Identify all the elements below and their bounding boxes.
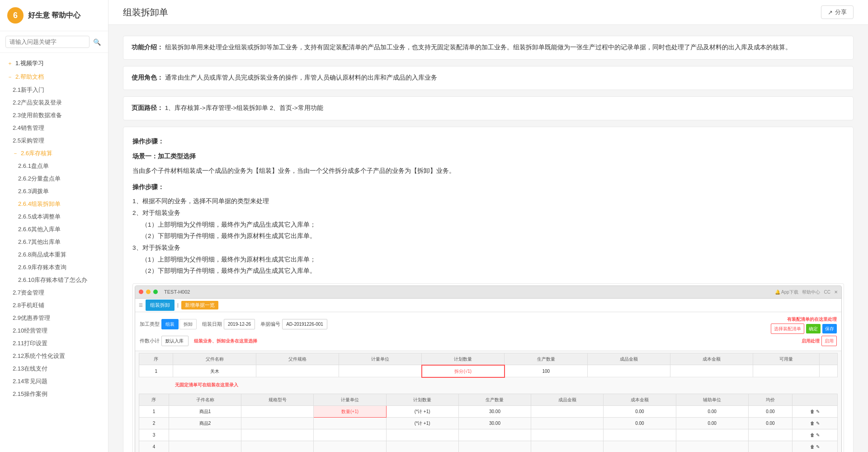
step2-1: （1）上部明细为父件明细，最终作为产成品生成其它入库单； bbox=[132, 219, 844, 231]
qty-cell-annotated[interactable]: 拆分(√1) bbox=[422, 365, 505, 377]
page-title: 组装拆卸单 bbox=[123, 6, 168, 19]
scene1-title: 场景一：加工类型选择 bbox=[132, 151, 844, 162]
sidebar-item-funds[interactable]: 2.7资金管理 bbox=[13, 286, 108, 299]
path-label: 页面路径： bbox=[132, 105, 163, 111]
sidebar-item-partstock[interactable]: 2.6.2分量盘点单 bbox=[18, 172, 108, 185]
annotation2-text: 组装业务、拆卸业务在这里选择 bbox=[194, 337, 257, 345]
sidebar-item-ledgererror[interactable]: 2.6.10库存账本错了怎么办 bbox=[18, 274, 108, 286]
form-date-value[interactable]: 2019-12-26 bbox=[224, 319, 255, 329]
sidebar-item-newbie[interactable]: 2.1新手入门 bbox=[13, 84, 108, 96]
enable-btn[interactable]: 启用 bbox=[821, 336, 837, 346]
sidebar-item-print[interactable]: 2.11打印设置 bbox=[13, 337, 108, 350]
role-block: 使用角色： 通常由生产人员或库管人员完成拆装业务的操作，库管人员确认原材料的出库… bbox=[123, 66, 854, 90]
sidebar-item-faq[interactable]: 2.14常见问题 bbox=[13, 375, 108, 388]
sub-col-prodamt: 成品金额 bbox=[531, 394, 604, 405]
form-docno-label: 单据编号 bbox=[260, 319, 280, 329]
sub-col-unit: 计量单位 bbox=[314, 394, 386, 405]
share-icon: ↗ bbox=[828, 9, 833, 16]
type-disassemble-btn[interactable]: 拆卸 bbox=[179, 319, 197, 329]
path-text: 1、库存核算->库存管理->组装拆卸单 2、首页->常用功能 bbox=[165, 105, 323, 111]
intro-block: 功能介绍： 组装拆卸单用来处理企业组装或拆卸等加工业务，支持有固定装配清单的产品… bbox=[123, 36, 854, 60]
logo-area: 6 好生意 帮助中心 bbox=[0, 0, 108, 31]
step2-2: （2）下部明细为子件明细，最终作为原材料生成其它出库单。 bbox=[132, 230, 844, 242]
sidebar-item-outbound[interactable]: 2.6.7其他出库单 bbox=[18, 236, 108, 248]
step1: 1、根据不同的业务，选择不同单据的类型来处理 bbox=[132, 195, 844, 207]
inventory-sub: 2.6.1盘点单 2.6.2分量盘点单 2.6.3调拨单 2.6.4组装拆卸单 … bbox=[13, 160, 108, 286]
sidebar-item-purchase[interactable]: 2.5采购管理 bbox=[13, 134, 108, 147]
sidebar-item-sales[interactable]: 2.4销售管理 bbox=[13, 122, 108, 134]
app-name: 好生意 帮助中心 bbox=[28, 11, 80, 20]
share-button[interactable]: ↗ 分享 bbox=[821, 5, 854, 19]
sidebar-item-inbound[interactable]: 2.6.6其他入库单 bbox=[18, 223, 108, 236]
sidebar: 6 好生意 帮助中心 🔍 ＋ 1.视频学习 － 2.帮助文档 2.1新手入门 2… bbox=[0, 0, 108, 452]
sidebar-item-video[interactable]: ＋ 1.视频学习 bbox=[0, 57, 108, 70]
confirm-btn-annotated[interactable]: 选择装配清单 bbox=[771, 324, 804, 334]
docs-sub: 2.1新手入门 2.2产品安装及登录 2.3使用前数据准备 2.4销售管理 2.… bbox=[0, 84, 108, 400]
sub-col-name: 子件名称 bbox=[169, 394, 241, 405]
sidebar-item-payment[interactable]: 2.13在线支付 bbox=[13, 362, 108, 375]
minus-icon-inv: － bbox=[13, 150, 18, 157]
sidebar-item-coupon[interactable]: 2.9优惠券管理 bbox=[13, 312, 108, 324]
col-avail: 可用量 bbox=[753, 353, 820, 365]
sub-table-row: 2 商品2 (*计 +1) 30.00 0.00 0.00 0.00 bbox=[139, 417, 838, 429]
annotation4-text: 无固定清单可在组装在这里录入 bbox=[139, 381, 838, 389]
step3-2: （2）下部明细为子件明细，最终作为产成品生成其它入库单。 bbox=[132, 265, 844, 277]
main-content: 组装拆卸单 ↗ 分享 功能介绍： 组装拆卸单用来处理企业组装或拆卸等加工业务，支… bbox=[108, 0, 868, 452]
form-count-value[interactable]: 默认入库 bbox=[161, 336, 189, 346]
mockup-nav-icon: ☰ bbox=[139, 301, 143, 309]
sub-table-row: 4 🗑 ✎ bbox=[139, 441, 838, 452]
sub-col-aux: 辅助单位 bbox=[676, 394, 748, 405]
sidebar-item-ops[interactable]: 2.10经营管理 bbox=[13, 324, 108, 337]
mockup-upper-table: 序 父件名称 父件规格 计量单位 计划数量 生产数量 成品金额 成本金额 可用量 bbox=[139, 353, 838, 378]
sub-col-action bbox=[793, 394, 838, 405]
steps-sub-title: 操作步骤： bbox=[132, 181, 844, 193]
annotation3-text: 启用处理 bbox=[802, 337, 820, 345]
search-input[interactable] bbox=[5, 36, 90, 48]
sidebar-item-dataprep[interactable]: 2.3使用前数据准备 bbox=[13, 109, 108, 122]
sidebar-item-costadjust[interactable]: 2.6.5成本调整单 bbox=[18, 210, 108, 223]
sub-table-row: 1 商品1 数量(+1) (*计 +1) 30.00 0.00 0.00 bbox=[139, 405, 838, 417]
sub-col-price: 均价 bbox=[748, 394, 792, 405]
app-logo: 6 bbox=[7, 7, 24, 24]
sidebar-item-inventory-label: 2.6库存核算 bbox=[21, 149, 52, 157]
sub-col-costamt: 成本金额 bbox=[604, 394, 676, 405]
sub-qty-annotated[interactable]: 数量(+1) bbox=[314, 405, 386, 417]
intro-label: 功能介绍： bbox=[132, 44, 163, 51]
content-area: 功能介绍： 组装拆卸单用来处理企业组装或拆卸等加工业务，支持有固定装配清单的产品… bbox=[108, 25, 868, 452]
top-bar: 组装拆卸单 ↗ 分享 bbox=[108, 0, 868, 25]
mockup-title: TEST-H002 bbox=[164, 287, 190, 297]
sidebar-item-mobile[interactable]: 2.8手机旺铺 bbox=[13, 299, 108, 312]
col-action bbox=[820, 353, 838, 365]
col-unit: 计量单位 bbox=[339, 353, 421, 365]
sidebar-item-cases[interactable]: 2.15操作案例 bbox=[13, 388, 108, 400]
nav-list: ＋ 1.视频学习 － 2.帮助文档 2.1新手入门 2.2产品安装及登录 2.3… bbox=[0, 53, 108, 452]
sidebar-item-install[interactable]: 2.2产品安装及登录 bbox=[13, 96, 108, 109]
screenshot-container: TEST-H002 🔔 App下载 帮助中心 CC ✕ ☰ 组装拆卸 | 新增单… bbox=[132, 283, 844, 452]
search-button[interactable]: 🔍 bbox=[91, 37, 103, 48]
sidebar-item-ledger[interactable]: 2.6.9库存账本查询 bbox=[18, 261, 108, 274]
minus-icon: － bbox=[7, 73, 13, 81]
sidebar-item-stocktake[interactable]: 2.6.1盘点单 bbox=[18, 160, 108, 172]
search-area: 🔍 bbox=[0, 31, 108, 53]
step3: 3、对于拆装业务 bbox=[132, 242, 844, 254]
sidebar-item-assembly[interactable]: 2.6.4组装拆卸单 bbox=[18, 198, 108, 210]
annotation1-text: 有装配清单的在这里处理 bbox=[787, 315, 837, 324]
role-label: 使用角色： bbox=[132, 74, 163, 81]
type-assembly-btn[interactable]: 组装 bbox=[161, 319, 179, 329]
col-prod-qty: 生产数量 bbox=[505, 353, 587, 365]
mockup-newdoc-btn[interactable]: 新增单据一览 bbox=[181, 301, 218, 309]
confirm-action-btn[interactable]: 确定 bbox=[806, 324, 821, 333]
mockup-new-tab[interactable]: 组装拆卸 bbox=[146, 300, 175, 311]
form-docno-value[interactable]: AD-20191226-001 bbox=[282, 319, 327, 329]
sidebar-item-costrecalc[interactable]: 2.6.8商品成本重算 bbox=[18, 248, 108, 261]
sidebar-item-transfer[interactable]: 2.6.3调拨单 bbox=[18, 185, 108, 198]
sub-col-spec: 规格型号 bbox=[241, 394, 314, 405]
col-plan-qty: 计划数量 bbox=[422, 353, 505, 365]
sub-col-seq: 序 bbox=[139, 394, 169, 405]
sidebar-item-customize[interactable]: 2.12系统个性化设置 bbox=[13, 350, 108, 362]
save-btn[interactable]: 保存 bbox=[822, 324, 837, 333]
sub-col-plan: 计划数量 bbox=[386, 394, 458, 405]
sidebar-item-docs[interactable]: － 2.帮助文档 bbox=[0, 70, 108, 84]
mockup-lower-table-area: 序 子件名称 规格型号 计量单位 计划数量 生产数量 成品金额 成本金额 辅助单… bbox=[135, 392, 841, 452]
sidebar-item-inventory[interactable]: － 2.6库存核算 bbox=[13, 147, 108, 160]
